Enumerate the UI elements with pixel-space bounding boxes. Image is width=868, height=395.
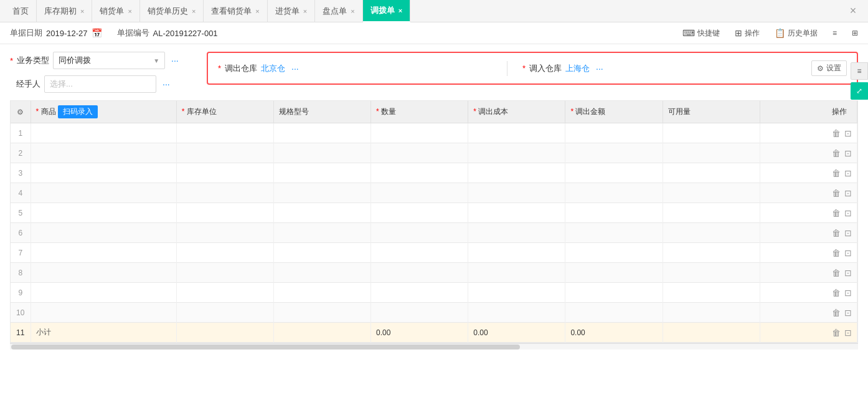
delete-icon[interactable]: 🗑 [832, 208, 841, 218]
warehouse-in-ellipsis[interactable]: ··· [593, 62, 606, 75]
cell-spec[interactable] [273, 223, 370, 243]
warehouse-in-value[interactable]: 上海仓 [565, 63, 590, 74]
cell-spec[interactable] [273, 323, 370, 343]
cell-unit[interactable] [176, 203, 273, 223]
cell-unit[interactable] [176, 163, 273, 183]
cell-unit[interactable] [176, 263, 273, 283]
cell-qty[interactable] [371, 143, 468, 163]
cell-spec[interactable] [273, 143, 370, 163]
cell-cost[interactable] [468, 303, 565, 323]
scan-button[interactable]: 扫码录入 [58, 105, 98, 118]
delete-icon[interactable]: 🗑 [832, 168, 841, 178]
layout-toggle-grid[interactable]: ⊞ [852, 29, 858, 37]
tab-close-transfer-order[interactable]: × [399, 7, 402, 14]
cell-unit[interactable] [176, 243, 273, 263]
cell-unit[interactable] [176, 143, 273, 163]
delete-icon[interactable]: 🗑 [832, 148, 841, 158]
cell-qty[interactable] [371, 123, 468, 143]
tab-transfer-order[interactable]: 调拨单 × [363, 0, 410, 22]
cell-cost[interactable] [468, 223, 565, 243]
cell-spec[interactable] [273, 303, 370, 323]
tab-close-view-sales[interactable]: × [255, 7, 259, 15]
cell-amount[interactable] [565, 243, 663, 263]
cell-amount[interactable] [565, 143, 663, 163]
handler-select[interactable]: 选择... [44, 75, 156, 93]
cell-qty[interactable] [371, 223, 468, 243]
cell-cost[interactable] [468, 163, 565, 183]
delete-icon[interactable]: 🗑 [832, 268, 841, 278]
cell-amount[interactable] [565, 183, 663, 203]
warehouse-out-ellipsis[interactable]: ··· [289, 62, 301, 75]
delete-icon[interactable]: 🗑 [832, 128, 841, 138]
copy-icon[interactable]: ⊡ [844, 248, 852, 258]
horizontal-scrollbar[interactable] [10, 343, 858, 350]
cell-unit[interactable] [176, 303, 273, 323]
tab-close-purchase-order[interactable]: × [303, 7, 307, 15]
cell-product[interactable] [31, 283, 176, 303]
settings-button[interactable]: ⚙ 设置 [811, 60, 847, 76]
tab-close-inventory-init[interactable]: × [80, 7, 84, 15]
tab-inventory-check[interactable]: 盘点单 × [315, 0, 362, 22]
warehouse-out-value[interactable]: 北京仓 [261, 63, 285, 74]
delete-icon[interactable]: 🗑 [832, 248, 841, 258]
shortcut-key-button[interactable]: ⌨ 快捷键 [682, 28, 720, 39]
tab-inventory-init[interactable]: 库存期初 × [37, 0, 92, 22]
cell-spec[interactable] [273, 263, 370, 283]
cell-product[interactable] [31, 223, 176, 243]
cell-unit[interactable] [176, 123, 273, 143]
cell-amount[interactable] [565, 303, 663, 323]
sidebar-list-icon[interactable]: ≡ [851, 62, 868, 80]
cell-amount[interactable] [565, 223, 663, 243]
cell-product[interactable] [31, 143, 176, 163]
cell-product[interactable]: 小计 [31, 323, 176, 343]
cell-qty[interactable] [371, 263, 468, 283]
sidebar-expand-icon[interactable]: ⤢ [851, 82, 868, 100]
handler-ellipsis[interactable]: ··· [160, 78, 172, 90]
doc-date-value[interactable]: 2019-12-27 [46, 29, 88, 38]
business-type-select[interactable]: 同价调拨 ▼ [53, 52, 165, 69]
tab-close-sales-history[interactable]: × [192, 7, 196, 15]
cell-product[interactable] [31, 263, 176, 283]
cell-spec[interactable] [273, 283, 370, 303]
delete-icon[interactable]: 🗑 [832, 228, 841, 238]
cell-product[interactable] [31, 243, 176, 263]
table-config-icon[interactable]: ⚙ [11, 101, 31, 123]
delete-icon[interactable]: 🗑 [832, 308, 841, 318]
copy-icon[interactable]: ⊡ [844, 148, 852, 158]
tab-purchase-order[interactable]: 进货单 × [268, 0, 315, 22]
cell-cost[interactable] [468, 143, 565, 163]
cell-product[interactable] [31, 303, 176, 323]
tab-sales-order[interactable]: 销货单 × [92, 0, 139, 22]
cell-amount[interactable] [565, 203, 663, 223]
cell-qty[interactable] [371, 283, 468, 303]
tab-close-sales-order[interactable]: × [128, 7, 131, 15]
copy-icon[interactable]: ⊡ [844, 128, 852, 138]
cell-cost[interactable] [468, 243, 565, 263]
cell-spec[interactable] [273, 163, 370, 183]
delete-icon[interactable]: 🗑 [832, 328, 841, 338]
cell-amount[interactable] [565, 123, 663, 143]
cell-unit[interactable] [176, 183, 273, 203]
delete-icon[interactable]: 🗑 [832, 188, 841, 198]
cell-product[interactable] [31, 203, 176, 223]
cell-unit[interactable] [176, 283, 273, 303]
business-type-ellipsis[interactable]: ··· [169, 54, 181, 67]
cell-qty[interactable] [371, 183, 468, 203]
cell-product[interactable] [31, 163, 176, 183]
copy-icon[interactable]: ⊡ [844, 288, 852, 298]
cell-product[interactable] [31, 183, 176, 203]
cell-spec[interactable] [273, 123, 370, 143]
cell-cost[interactable] [468, 123, 565, 143]
cell-qty[interactable] [371, 303, 468, 323]
tab-sales-history[interactable]: 销货单历史 × [140, 0, 204, 22]
cell-amount[interactable] [565, 163, 663, 183]
cell-amount[interactable] [565, 283, 663, 303]
tab-view-sales[interactable]: 查看销货单 × [204, 0, 267, 22]
cell-unit[interactable] [176, 323, 273, 343]
cell-spec[interactable] [273, 183, 370, 203]
delete-icon[interactable]: 🗑 [832, 288, 841, 298]
tab-home[interactable]: 首页 [5, 0, 37, 22]
copy-icon[interactable]: ⊡ [844, 208, 852, 218]
copy-icon[interactable]: ⊡ [844, 268, 852, 278]
cell-spec[interactable] [273, 243, 370, 263]
